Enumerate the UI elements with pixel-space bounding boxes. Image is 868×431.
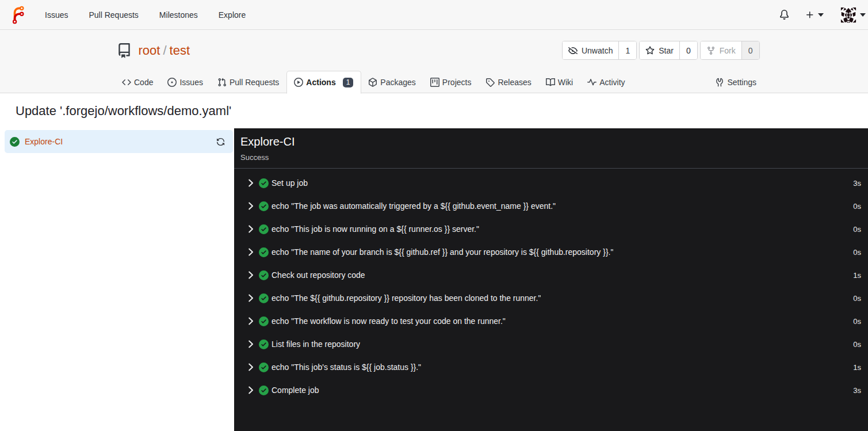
avatar bbox=[840, 7, 856, 23]
navbar-link[interactable]: Explore bbox=[208, 0, 256, 29]
play-icon bbox=[294, 78, 303, 87]
chevron-right-icon bbox=[246, 316, 255, 326]
pulse-icon bbox=[587, 78, 596, 87]
repo-tabs: Code Issues Pull Requests Actions 1 Pack… bbox=[109, 71, 760, 93]
success-check-icon bbox=[259, 178, 269, 188]
step-row[interactable]: echo "The workflow is now ready to test … bbox=[234, 310, 868, 333]
repo-owner-link[interactable]: root bbox=[139, 43, 160, 58]
code-icon bbox=[122, 78, 131, 87]
job-name: Explore-CI bbox=[25, 137, 63, 146]
step-name: Set up job bbox=[272, 178, 308, 188]
step-row[interactable]: echo "The job was automatically triggere… bbox=[234, 194, 868, 218]
step-name: List files in the repository bbox=[272, 340, 360, 349]
fork-icon bbox=[706, 46, 716, 55]
caret-down-icon bbox=[860, 13, 866, 17]
repo-title: root / test bbox=[139, 43, 190, 58]
fork-button-group: Fork 0 bbox=[700, 41, 760, 60]
issue-opened-icon bbox=[167, 78, 177, 87]
step-row[interactable]: echo "The ${{ github.repository }} repos… bbox=[234, 287, 868, 310]
chevron-right-icon bbox=[246, 340, 255, 349]
job-title: Explore-CI bbox=[240, 134, 861, 150]
job-item-explore-ci[interactable]: Explore-CI bbox=[5, 130, 233, 153]
step-row[interactable]: echo "This job is now running on a ${{ r… bbox=[234, 218, 868, 241]
tag-icon bbox=[485, 78, 495, 87]
book-icon bbox=[546, 78, 555, 87]
actions-run-view: Update '.forgejo/workflows/demo.yaml' Ex… bbox=[0, 93, 868, 431]
tab-issues[interactable]: Issues bbox=[160, 71, 210, 93]
star-icon bbox=[645, 46, 655, 55]
chevron-right-icon bbox=[246, 386, 255, 395]
tab-releases[interactable]: Releases bbox=[479, 71, 538, 93]
navbar-link[interactable]: Milestones bbox=[149, 0, 208, 29]
success-check-icon bbox=[10, 137, 20, 147]
step-row[interactable]: Check out repository code 1s bbox=[234, 264, 868, 287]
step-duration: 0s bbox=[846, 317, 861, 326]
rerun-job-icon[interactable] bbox=[216, 138, 225, 146]
forgejo-logo[interactable] bbox=[13, 6, 35, 24]
tab-settings[interactable]: Settings bbox=[708, 71, 764, 93]
user-menu[interactable] bbox=[840, 7, 866, 23]
repo-action-buttons: Unwatch 1 Star 0 Fork 0 bbox=[562, 41, 760, 60]
plus-icon bbox=[805, 10, 815, 20]
chevron-right-icon bbox=[246, 293, 255, 303]
job-status-text: Success bbox=[240, 152, 861, 163]
tab-code[interactable]: Code bbox=[115, 71, 160, 93]
job-list: Explore-CI bbox=[0, 128, 234, 431]
success-check-icon bbox=[259, 293, 269, 303]
tab-wiki[interactable]: Wiki bbox=[538, 71, 580, 93]
step-name: echo "This job is now running on a ${{ r… bbox=[272, 224, 479, 234]
tab-pull-requests[interactable]: Pull Requests bbox=[210, 71, 286, 93]
chevron-right-icon bbox=[246, 270, 255, 280]
navbar-link[interactable]: Pull Requests bbox=[78, 0, 148, 29]
watchers-count[interactable]: 1 bbox=[618, 41, 636, 59]
navbar-links: IssuesPull RequestsMilestonesExplore bbox=[35, 0, 256, 29]
star-button[interactable]: Star bbox=[640, 41, 679, 59]
caret-down-icon bbox=[818, 13, 824, 17]
fork-button[interactable]: Fork bbox=[701, 41, 741, 59]
chevron-right-icon bbox=[246, 224, 255, 234]
step-row[interactable]: echo "The name of your branch is ${{ git… bbox=[234, 241, 868, 264]
forks-count[interactable]: 0 bbox=[741, 41, 759, 59]
step-duration: 0s bbox=[846, 340, 861, 349]
step-duration: 1s bbox=[846, 271, 861, 280]
job-log-panel: Explore-CI Success Set up job 3s echo "T… bbox=[234, 128, 868, 431]
step-row[interactable]: Set up job 3s bbox=[234, 171, 868, 194]
step-name: echo "The workflow is now ready to test … bbox=[272, 316, 506, 326]
step-duration: 0s bbox=[846, 202, 861, 211]
watch-button-group: Unwatch 1 bbox=[562, 41, 637, 60]
pull-request-icon bbox=[217, 78, 227, 87]
success-check-icon bbox=[259, 201, 269, 211]
star-button-group: Star 0 bbox=[639, 41, 697, 60]
chevron-right-icon bbox=[246, 178, 255, 188]
step-duration: 1s bbox=[846, 363, 861, 372]
step-name: echo "The job was automatically triggere… bbox=[272, 201, 556, 211]
step-name: echo "This job's status is ${{ job.statu… bbox=[272, 363, 421, 372]
step-duration: 0s bbox=[846, 294, 861, 303]
navbar-link[interactable]: Issues bbox=[35, 0, 78, 29]
create-new-menu[interactable] bbox=[805, 10, 824, 20]
step-duration: 0s bbox=[846, 225, 861, 234]
navbar-right bbox=[779, 7, 866, 23]
tab-packages[interactable]: Packages bbox=[361, 71, 423, 93]
tab-activity[interactable]: Activity bbox=[580, 71, 632, 93]
success-check-icon bbox=[259, 316, 269, 326]
step-row[interactable]: Complete job 3s bbox=[234, 379, 868, 402]
success-check-icon bbox=[259, 340, 269, 349]
step-row[interactable]: List files in the repository 0s bbox=[234, 333, 868, 356]
step-name: Complete job bbox=[272, 386, 319, 395]
unwatch-button[interactable]: Unwatch bbox=[563, 41, 618, 59]
success-check-icon bbox=[259, 247, 269, 257]
project-icon bbox=[430, 78, 439, 87]
tab-actions[interactable]: Actions 1 bbox=[286, 71, 361, 94]
tools-icon bbox=[715, 78, 724, 87]
step-row[interactable]: echo "This job's status is ${{ job.statu… bbox=[234, 356, 868, 379]
tab-projects[interactable]: Projects bbox=[423, 71, 479, 93]
chevron-right-icon bbox=[246, 201, 255, 211]
success-check-icon bbox=[259, 386, 269, 395]
notifications-bell-icon[interactable] bbox=[779, 10, 789, 20]
stars-count[interactable]: 0 bbox=[679, 41, 697, 59]
step-name: echo "The name of your branch is ${{ git… bbox=[272, 247, 613, 257]
repo-name-link[interactable]: test bbox=[170, 43, 190, 58]
chevron-right-icon bbox=[246, 247, 255, 257]
repo-icon bbox=[117, 43, 132, 58]
